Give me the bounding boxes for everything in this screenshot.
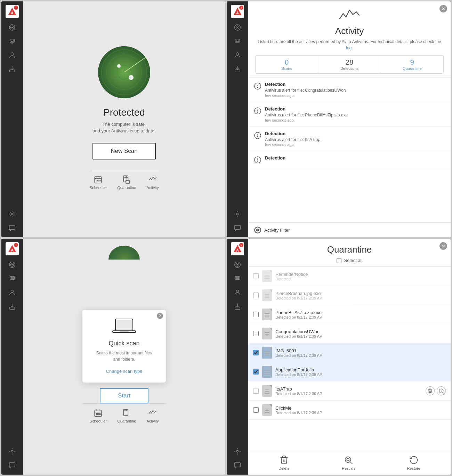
sidebar-4-scan-icon[interactable] [232, 259, 243, 271]
nav-activity[interactable]: Activity [147, 175, 159, 190]
sidebar-shield-icon[interactable] [6, 35, 18, 47]
quarantine-rescan-button[interactable]: Rescan [342, 455, 355, 470]
q-file-icon-4 [262, 328, 272, 339]
svg-point-128 [345, 457, 350, 462]
panel-activity: A ! [227, 1, 451, 237]
nav-activity-3[interactable]: Activity [147, 409, 159, 423]
sidebar-2-download-icon[interactable] [232, 63, 243, 75]
change-scan-link[interactable]: Change scan type [106, 369, 143, 374]
svg-point-85 [12, 264, 13, 265]
svg-point-126 [441, 390, 441, 390]
q-checkbox-2[interactable] [253, 293, 259, 298]
svg-rect-52 [235, 39, 240, 42]
sidebar-2-settings-icon[interactable] [232, 208, 243, 220]
activity-title: Activity [335, 26, 364, 36]
q-file-icon-5 [262, 347, 272, 359]
quarantine-item-1: ReminderNotice Detected [248, 267, 451, 286]
svg-rect-102 [98, 413, 99, 415]
q-checkbox-8[interactable] [253, 407, 259, 413]
nav-quarantine[interactable]: Quarantine [117, 175, 136, 190]
sidebar-settings-icon[interactable] [6, 208, 18, 220]
sidebar-2-shield-icon[interactable] [232, 35, 243, 47]
sidebar-3-download-icon[interactable] [6, 301, 18, 312]
q-file-icon-7 [262, 385, 272, 397]
stat-quarantine[interactable]: 9 Quarantine [381, 56, 443, 73]
sidebar-3-settings-icon[interactable] [6, 445, 18, 457]
sidebar-download-icon[interactable] [6, 63, 18, 75]
log-link[interactable]: log [346, 46, 352, 50]
svg-point-120 [236, 450, 239, 452]
quick-scan-main: ✕ Quick scan Scans the most important fi… [23, 239, 225, 475]
sidebar-2-scan-icon[interactable] [232, 22, 243, 33]
sidebar-3-scan-icon[interactable] [6, 259, 18, 271]
svg-point-54 [236, 53, 239, 55]
nav-scheduler-3[interactable]: Scheduler [90, 409, 107, 423]
q-info-btn-7[interactable] [437, 386, 446, 395]
sidebar-4-download-icon[interactable] [232, 301, 243, 312]
q-checkbox-1[interactable] [253, 273, 259, 279]
sidebar-3-shield-icon[interactable] [6, 273, 18, 285]
sidebar-3-chat-icon[interactable] [6, 459, 18, 471]
q-info-5: IMG_5001 Detected on 8/1/17 2:39 AP [275, 348, 446, 358]
svg-point-29 [117, 64, 121, 68]
quarantine-item-4: CongratulationsUWon Detected on 8/1/17 2… [248, 324, 451, 343]
svg-point-114 [237, 264, 238, 265]
activity-header: Activity Listed here are all the activit… [248, 1, 451, 77]
q-info-8: ClickMe Detected on 8/1/17 2:39 AP [275, 405, 446, 415]
stat-scans[interactable]: 0 Scans [256, 56, 318, 73]
nav-scheduler[interactable]: Scheduler [90, 175, 107, 190]
sidebar-4-user-icon[interactable] [232, 287, 243, 298]
sidebar-4: A ! [227, 239, 248, 475]
q-actions-7 [426, 386, 446, 395]
q-info-6: ApplicationPortfolio Detected on 8/1/17 … [275, 367, 446, 377]
sidebar-4-chat-icon[interactable] [232, 459, 243, 471]
nav-quarantine-3[interactable]: Quarantine [117, 409, 136, 423]
sidebar-chat-icon[interactable] [6, 222, 18, 234]
sidebar-2-user-icon[interactable] [232, 49, 243, 61]
new-scan-button[interactable]: New Scan [92, 143, 155, 159]
sidebar-scan-icon[interactable] [6, 22, 18, 33]
q-checkbox-7[interactable] [253, 388, 259, 394]
quarantine-delete-button[interactable]: Delete [279, 455, 290, 470]
svg-rect-122 [429, 389, 431, 389]
radar-half [108, 246, 140, 260]
radar-strip [23, 239, 225, 260]
svg-point-88 [11, 290, 13, 293]
activity-close-button[interactable]: ✕ [439, 5, 447, 13]
sidebar-4-settings-icon[interactable] [232, 445, 243, 457]
q-info-4: CongratulationsUWon Detected on 8/1/17 2… [275, 329, 446, 338]
stat-detections[interactable]: 28 Detections [318, 56, 381, 73]
svg-text:!: ! [16, 7, 17, 10]
q-checkbox-4[interactable] [253, 331, 259, 336]
activity-item-1-type: Detection [265, 82, 445, 87]
sidebar-3-user-icon[interactable] [6, 287, 18, 298]
svg-point-57 [236, 213, 239, 215]
panel-quarantine: A ! [227, 239, 451, 475]
dialog-close-button[interactable]: ✕ [157, 313, 163, 319]
activity-item-4: Detection [248, 151, 451, 168]
quarantine-close-button[interactable]: ✕ [439, 242, 447, 250]
nav-quarantine-3-label: Quarantine [117, 419, 136, 423]
protected-main: Protected The computer is safe, and your… [23, 1, 225, 237]
quarantine-restore-button[interactable]: Restore [407, 455, 420, 470]
sidebar-3: A ! [1, 239, 23, 475]
q-checkbox-5[interactable] [253, 350, 259, 355]
sidebar-4-shield-icon[interactable] [232, 273, 243, 285]
select-all-checkbox[interactable] [337, 258, 341, 263]
q-file-icon-3 [262, 309, 272, 320]
nav-activity-label: Activity [147, 186, 159, 190]
start-scan-button[interactable]: Start [100, 388, 148, 403]
select-all-label: Select all [344, 258, 363, 263]
q-checkbox-3[interactable] [253, 312, 259, 317]
svg-point-64 [257, 112, 258, 113]
q-delete-btn-7[interactable] [426, 386, 435, 395]
svg-rect-19 [9, 225, 15, 230]
activity-main: ✕ Activity Listed here are all the activ… [248, 1, 451, 237]
quick-scan-desc: Scans the most important files and folde… [93, 350, 155, 362]
nav-activity-3-label: Activity [147, 419, 159, 423]
q-checkbox-6[interactable] [253, 369, 259, 375]
sidebar-profile-icon[interactable] [6, 49, 18, 61]
svg-rect-104 [124, 409, 128, 415]
sidebar-2-chat-icon[interactable] [232, 222, 243, 234]
activity-filter-bar[interactable]: Activity Filter [248, 222, 451, 237]
